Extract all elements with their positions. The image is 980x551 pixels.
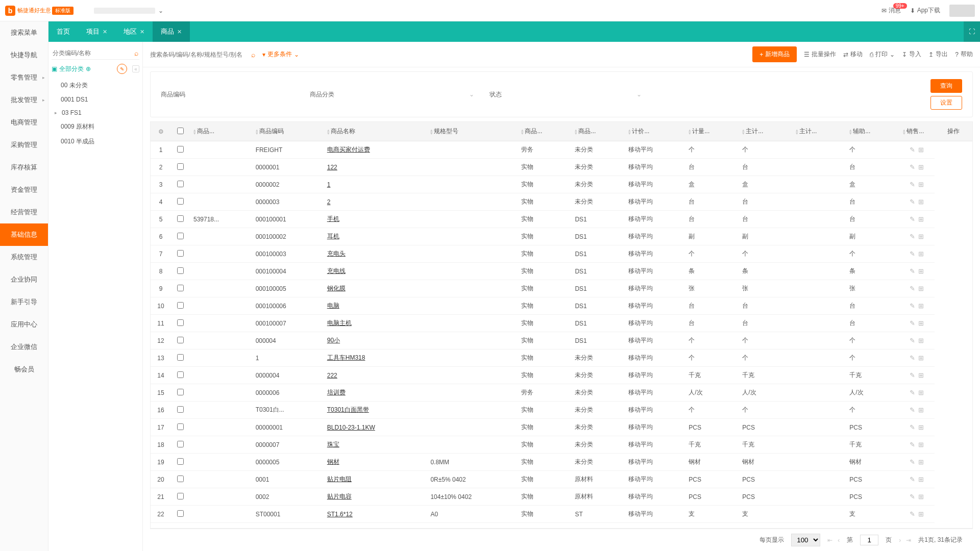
- tab[interactable]: 商品✕: [153, 21, 190, 42]
- edit-icon[interactable]: ✎: [910, 337, 915, 344]
- product-link[interactable]: 贴片电阻: [327, 475, 352, 483]
- messages-button[interactable]: ✉ 消息 99+: [881, 6, 901, 15]
- prev-page-button[interactable]: ‹: [838, 537, 840, 544]
- row-checkbox[interactable]: [177, 423, 184, 430]
- select-all-checkbox[interactable]: [171, 122, 189, 141]
- edit-icon[interactable]: ✎: [910, 406, 915, 414]
- row-checkbox[interactable]: [177, 493, 184, 499]
- edit-icon[interactable]: ✎: [910, 302, 915, 310]
- row-checkbox[interactable]: [177, 146, 184, 153]
- edit-icon[interactable]: ✎: [910, 146, 915, 154]
- tree-search-input[interactable]: [53, 49, 134, 57]
- column-header[interactable]: ▴▾辅助...: [845, 122, 899, 141]
- row-checkbox[interactable]: [177, 285, 184, 291]
- tree-root-label[interactable]: 全部分类: [59, 65, 84, 73]
- sidebar-item[interactable]: 系统管理: [0, 246, 48, 268]
- export-button[interactable]: ↥导出: [928, 50, 948, 59]
- more-icon[interactable]: ⊞: [918, 354, 924, 362]
- edit-icon[interactable]: ✎: [910, 493, 915, 500]
- edit-icon[interactable]: ✎: [910, 441, 915, 448]
- sidebar-item[interactable]: 经营管理: [0, 201, 48, 223]
- column-header[interactable]: ▴▾计价...: [624, 122, 684, 141]
- column-header[interactable]: ▴▾主计...: [738, 122, 792, 141]
- column-header[interactable]: 操作: [935, 122, 972, 141]
- per-page-select[interactable]: 100: [791, 534, 820, 546]
- edit-icon[interactable]: ✎: [910, 389, 915, 396]
- column-header[interactable]: ▴▾商品...: [571, 122, 624, 141]
- product-link[interactable]: 2: [327, 198, 331, 206]
- more-icon[interactable]: ⊞: [918, 215, 924, 223]
- filter-status-select[interactable]: ⌄: [509, 91, 642, 98]
- column-header[interactable]: ▴▾商品名称: [323, 122, 427, 141]
- app-download-button[interactable]: ⬇ App下载: [910, 6, 940, 15]
- help-button[interactable]: ?帮助: [955, 50, 973, 59]
- more-icon[interactable]: ⊞: [918, 146, 924, 154]
- more-icon[interactable]: ⊞: [918, 319, 924, 327]
- sidebar-item[interactable]: 资金管理: [0, 179, 48, 201]
- user-avatar[interactable]: [949, 5, 975, 17]
- row-checkbox[interactable]: [177, 337, 184, 343]
- more-icon[interactable]: ⊞: [918, 198, 924, 206]
- edit-icon[interactable]: ✎: [910, 198, 915, 206]
- edit-icon[interactable]: ✎: [910, 475, 915, 483]
- row-checkbox[interactable]: [177, 267, 184, 274]
- batch-action-button[interactable]: ☰批量操作: [804, 50, 836, 59]
- sidebar-search[interactable]: 搜索菜单: [0, 21, 48, 44]
- tree-edit-button[interactable]: ✎: [117, 64, 127, 74]
- row-checkbox[interactable]: [177, 319, 184, 326]
- filter-category-select[interactable]: ⌄: [341, 91, 474, 98]
- product-link[interactable]: 222: [327, 372, 337, 379]
- sidebar-item[interactable]: 电商管理: [0, 111, 48, 134]
- move-button[interactable]: ⇄移动: [843, 50, 863, 59]
- edit-icon[interactable]: ✎: [910, 354, 915, 362]
- tree-collapse-button[interactable]: «: [132, 65, 139, 72]
- tab[interactable]: 地区✕: [115, 21, 153, 42]
- tree-node[interactable]: 0001 DS1: [52, 93, 139, 106]
- search-icon[interactable]: ⌕: [251, 51, 255, 59]
- more-icon[interactable]: ⊞: [918, 233, 924, 240]
- product-link[interactable]: ST1.6*12: [327, 511, 353, 518]
- tree-node[interactable]: 03 FS1: [52, 106, 139, 119]
- row-checkbox[interactable]: [177, 371, 184, 378]
- more-icon[interactable]: ⊞: [918, 250, 924, 258]
- sidebar-item[interactable]: 新手引导: [0, 291, 48, 313]
- column-header[interactable]: ▴▾商品...: [517, 122, 571, 141]
- fullscreen-button[interactable]: ⛶: [964, 21, 980, 42]
- row-checkbox[interactable]: [177, 233, 184, 239]
- product-link[interactable]: 培训费: [327, 389, 346, 396]
- product-link[interactable]: 工具车HM318: [327, 354, 365, 361]
- sidebar-item[interactable]: 基础信息: [0, 223, 48, 246]
- row-checkbox[interactable]: [177, 510, 184, 517]
- close-icon[interactable]: ✕: [103, 29, 107, 35]
- more-icon[interactable]: ⊞: [918, 337, 924, 344]
- query-button[interactable]: 查询: [930, 79, 962, 93]
- row-checkbox[interactable]: [177, 475, 184, 482]
- first-page-button[interactable]: ⇤: [827, 537, 832, 544]
- more-icon[interactable]: ⊞: [918, 285, 924, 292]
- edit-icon[interactable]: ✎: [910, 510, 915, 518]
- search-icon[interactable]: ⌕: [134, 49, 138, 57]
- column-header[interactable]: ▴▾商品编码: [252, 122, 323, 141]
- product-link[interactable]: 电脑: [327, 302, 339, 309]
- product-link[interactable]: 90小: [327, 337, 340, 344]
- tree-node[interactable]: 00 未分类: [52, 78, 139, 93]
- column-header[interactable]: ▴▾商品...: [189, 122, 252, 141]
- more-icon[interactable]: ⊞: [918, 475, 924, 483]
- tree-node[interactable]: 0009 原材料: [52, 119, 139, 134]
- tree-expand-icon[interactable]: ⊕: [86, 65, 91, 72]
- more-filters-button[interactable]: ▾ 更多条件 ⌄: [262, 50, 299, 59]
- more-icon[interactable]: ⊞: [918, 510, 924, 518]
- more-icon[interactable]: ⊞: [918, 371, 924, 379]
- row-checkbox[interactable]: [177, 406, 184, 413]
- more-icon[interactable]: ⊞: [918, 406, 924, 414]
- edit-icon[interactable]: ✎: [910, 371, 915, 379]
- row-checkbox[interactable]: [177, 250, 184, 257]
- product-link[interactable]: 电商买家付运费: [327, 146, 370, 153]
- row-checkbox[interactable]: [177, 441, 184, 447]
- row-checkbox[interactable]: [177, 389, 184, 395]
- sidebar-item[interactable]: 应用中心: [0, 313, 48, 336]
- edit-icon[interactable]: ✎: [910, 215, 915, 223]
- sidebar-item[interactable]: 企业协同: [0, 268, 48, 291]
- sidebar-item[interactable]: 畅会员: [0, 358, 48, 381]
- product-link[interactable]: 122: [327, 164, 337, 171]
